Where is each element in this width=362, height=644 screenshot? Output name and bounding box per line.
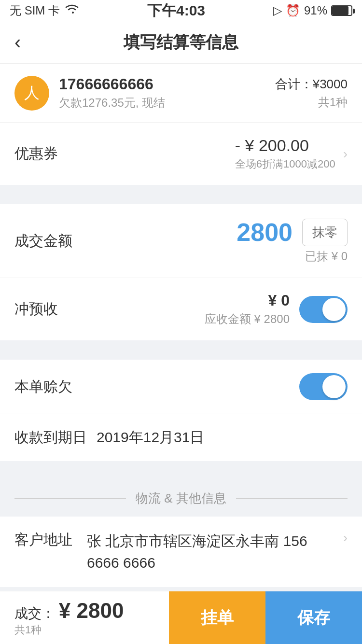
address-card: 客户地址 张 北京市市辖区海淀区永丰南 156 6666 6666 › <box>0 517 362 587</box>
bottom-deal-label: 成交： <box>14 606 55 621</box>
wifi-icon <box>65 4 79 17</box>
bottom-actions: 挂单 保存 <box>169 591 362 644</box>
avatar-text: 人 <box>24 83 40 104</box>
logistics-label: 物流 & 其他信息 <box>126 490 236 507</box>
due-date-value: 2019年12月31日 <box>97 428 204 448</box>
round-button[interactable]: 抹零 <box>302 219 348 246</box>
user-row: 人 17666666666 欠款1276.35元, 现结 合计：¥3000 共1… <box>0 64 362 122</box>
section-divider-1 <box>0 195 362 204</box>
total-amount: ¥3000 <box>313 77 348 91</box>
avatar: 人 <box>14 76 49 111</box>
coupon-desc: 全场6折满1000减200 <box>235 157 335 171</box>
prepay-value-wrap: ¥ 0 应收金额 ¥ 2800 <box>205 292 290 327</box>
bottom-deal-amount: ¥ 2800 <box>59 599 124 622</box>
status-right: ▷ ⏰ 91% <box>273 4 352 17</box>
address-value: 张 北京市市辖区海淀区永丰南 156 6666 6666 <box>87 530 340 574</box>
user-right: 合计：¥3000 共1种 <box>275 76 348 110</box>
address-label: 客户地址 <box>14 530 72 550</box>
toggle-knob <box>322 298 346 321</box>
coupon-label: 优惠券 <box>14 144 58 164</box>
bottom-count: 共1种 <box>14 623 154 637</box>
logistics-line-left <box>14 498 126 499</box>
bottom-summary: 成交： ¥ 2800 共1种 <box>0 599 169 637</box>
prepay-label: 冲预收 <box>14 299 58 319</box>
debt-label: 本单赊欠 <box>14 377 72 397</box>
deal-amount-value: 2800 <box>237 218 292 247</box>
address-chevron-icon: › <box>343 530 348 546</box>
section-divider-3 <box>0 471 362 480</box>
debt-card: 本单赊欠 收款到期日 2019年12月31日 <box>0 360 362 461</box>
prepay-row: 冲预收 ¥ 0 应收金额 ¥ 2800 <box>0 278 362 340</box>
deal-amount-sub: 已抹 ¥ 0 <box>305 249 348 264</box>
deal-amount-label: 成交金额 <box>14 231 72 251</box>
chevron-right-icon: › <box>343 146 348 162</box>
debt-toggle[interactable] <box>299 373 348 400</box>
nav-bar: ‹ 填写结算等信息 <box>0 21 362 64</box>
user-phone: 17666666666 <box>59 75 165 93</box>
sim-status: 无 SIM 卡 <box>10 3 60 18</box>
bottom-bar: 成交： ¥ 2800 共1种 挂单 保存 <box>0 591 362 644</box>
user-left: 人 17666666666 欠款1276.35元, 现结 <box>14 75 165 111</box>
save-button[interactable]: 保存 <box>265 591 362 644</box>
location-icon: ▷ <box>273 4 282 17</box>
status-left: 无 SIM 卡 <box>10 3 79 18</box>
deal-amount-card: 成交金额 2800 抹零 已抹 ¥ 0 冲预收 ¥ 0 应收金额 ¥ 2800 <box>0 204 362 340</box>
alarm-icon: ⏰ <box>286 4 300 17</box>
logistics-line-right <box>236 498 348 499</box>
status-bar: 无 SIM 卡 下午4:03 ▷ ⏰ 91% <box>0 0 362 21</box>
prepay-toggle[interactable] <box>299 296 348 323</box>
bottom-deal-line: 成交： ¥ 2800 <box>14 599 154 623</box>
battery-percent: 91% <box>304 4 327 17</box>
logistics-header: 物流 & 其他信息 <box>0 480 362 517</box>
due-date-label: 收款到期日 <box>14 428 87 448</box>
coupon-right: - ¥ 200.00 全场6折满1000减200 › <box>235 136 348 171</box>
user-sub: 欠款1276.35元, 现结 <box>59 95 165 111</box>
section-divider-2 <box>0 350 362 360</box>
user-info: 17666666666 欠款1276.35元, 现结 <box>59 75 165 111</box>
status-time: 下午4:03 <box>147 1 205 21</box>
due-date-row: 收款到期日 2019年12月31日 <box>0 414 362 461</box>
address-row[interactable]: 客户地址 张 北京市市辖区海淀区永丰南 156 6666 6666 › <box>0 517 362 587</box>
total-count: 共1种 <box>275 95 348 110</box>
coupon-row[interactable]: 优惠券 - ¥ 200.00 全场6折满1000减200 › <box>0 122 362 185</box>
page-title: 填写结算等信息 <box>124 31 238 54</box>
user-info-card: 人 17666666666 欠款1276.35元, 现结 合计：¥3000 共1… <box>0 64 362 185</box>
deal-amount-right: 2800 抹零 <box>237 218 348 247</box>
prepay-sub: 应收金额 ¥ 2800 <box>205 311 290 327</box>
prepay-right: ¥ 0 应收金额 ¥ 2800 <box>205 292 348 327</box>
hold-button[interactable]: 挂单 <box>169 591 265 644</box>
content: 人 17666666666 欠款1276.35元, 现结 合计：¥3000 共1… <box>0 64 362 644</box>
prepay-value: ¥ 0 <box>205 292 290 309</box>
deal-amount-row: 成交金额 2800 抹零 已抹 ¥ 0 <box>0 204 362 278</box>
coupon-discount: - ¥ 200.00 <box>235 136 335 155</box>
total-label: 合计：¥3000 <box>275 76 348 93</box>
debt-toggle-knob <box>322 375 346 398</box>
debt-row: 本单赊欠 <box>0 360 362 414</box>
back-button[interactable]: ‹ <box>14 27 30 58</box>
battery-icon <box>331 5 352 16</box>
